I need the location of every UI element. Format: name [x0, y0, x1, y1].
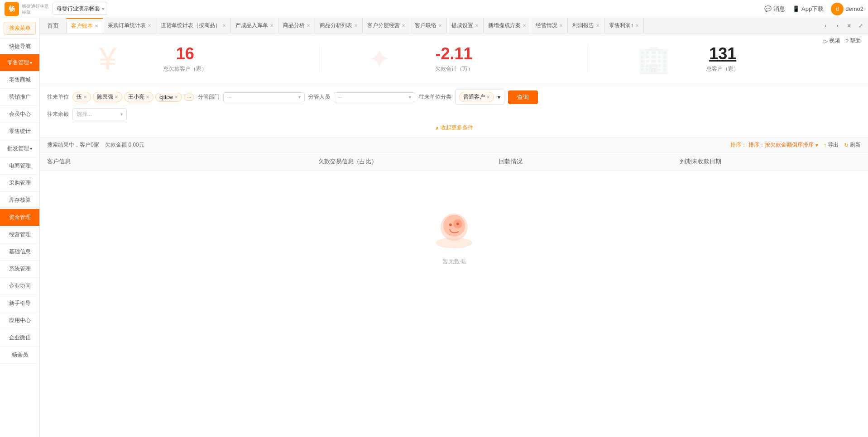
tab-close-icon[interactable]: ✕	[635, 23, 639, 28]
tab-expand-button[interactable]: ⤢	[855, 20, 866, 31]
tab-retail-profit[interactable]: 零售利润↑ ✕	[604, 18, 644, 33]
sidebar: 搜索菜单 快捷导航 零售管理 ▾ 零售商城 营销推广 会员中心 零售统计 批发管…	[0, 18, 40, 437]
tab-close-icon[interactable]: ✕	[438, 23, 442, 28]
filter-row-2: 往来余额 选择... ▾	[47, 108, 861, 120]
tag-close-wang[interactable]: ✕	[146, 95, 149, 100]
tab-close-icon[interactable]: ✕	[559, 23, 563, 28]
tab-new-commission[interactable]: 新增提成方案 ✕	[484, 18, 531, 33]
tab-controls: ‹ › ✕ ⤢	[820, 20, 868, 31]
sidebar-item-retail-mgmt[interactable]: 零售管理 ▾	[0, 54, 39, 71]
sidebar-search-area: 搜索菜单	[0, 18, 39, 39]
sidebar-item-enterprise[interactable]: 企业协同	[0, 278, 39, 295]
filter-area: 往来单位 伍 ✕ 陈民强 ✕ 王小亮	[40, 84, 868, 138]
person-select[interactable]: ··· ▾	[334, 92, 415, 102]
tab-close-icon[interactable]: ✕	[354, 23, 358, 28]
tab-customer-ledger[interactable]: 客户账本 ✕	[67, 18, 103, 33]
tab-close-icon[interactable]: ✕	[148, 23, 151, 28]
tab-close-icon[interactable]: ✕	[222, 23, 226, 28]
username: demo2	[845, 5, 863, 12]
sidebar-item-ecommerce[interactable]: 电商管理	[0, 157, 39, 175]
sidebar-item-guide[interactable]: 新手引导	[0, 295, 39, 312]
refresh-button[interactable]: ↻ 刷新	[844, 141, 861, 149]
sidebar-item-system[interactable]: 系统管理	[0, 261, 39, 278]
collapse-button[interactable]: ∧ 收起更多条件	[47, 124, 861, 132]
tag-close-cjttcw[interactable]: ✕	[174, 95, 178, 100]
tab-production-inbound[interactable]: 产成品入库单 ✕	[231, 18, 278, 33]
tab-close-icon[interactable]: ✕	[307, 23, 310, 28]
balance-select[interactable]: 选择... ▾	[72, 108, 127, 120]
chevron-down-icon: ▾	[102, 6, 104, 11]
sidebar-item-retail-stats[interactable]: 零售统计	[0, 123, 39, 140]
tab-operations[interactable]: 经营情况 ✕	[531, 18, 568, 33]
export-button[interactable]: ↑ 导出	[824, 141, 839, 149]
col-payment-status: 回款情况	[499, 157, 680, 166]
filter-tag-wu: 伍 ✕	[72, 92, 91, 102]
messages-button[interactable]: 💬 消息	[764, 5, 785, 13]
sidebar-item-finance[interactable]: 资金管理	[0, 209, 39, 226]
logo[interactable]: 畅 畅捷通好生意 标版	[5, 2, 49, 16]
tab-commission-settings[interactable]: 提成设置 ✕	[447, 18, 484, 33]
download-icon: 📱	[792, 5, 800, 12]
sidebar-item-app-center[interactable]: 应用中心	[0, 312, 39, 329]
tab-close-icon[interactable]: ✕	[402, 23, 405, 28]
tab-inbound-stats[interactable]: 进货单统计表（按商品） ✕	[156, 18, 231, 33]
chevron-up-icon: ∧	[435, 125, 439, 131]
tab-close-icon[interactable]: ✕	[596, 23, 599, 28]
tab-customer-layered[interactable]: 客户分层经营 ✕	[363, 18, 410, 33]
sort-selector[interactable]: 排序： 排序：按欠款金额倒序排序 ▾	[730, 141, 818, 149]
tab-purchase-order-stats[interactable]: 采购订单统计表 ✕	[103, 18, 156, 33]
industry-label: 母婴行业演示帐套	[57, 5, 100, 13]
tab-bar: 首页 客户账本 ✕ 采购订单统计表 ✕ 进货单统计表（按商品） ✕ 产成品入库单…	[40, 18, 868, 33]
sidebar-item-purchase[interactable]: 采购管理	[0, 175, 39, 192]
tab-label: 零售利润↑	[609, 22, 633, 29]
tab-product-analysis-list[interactable]: 商品分析列表 ✕	[315, 18, 363, 33]
stat-block-total-customers: 🏢 131 总客户（家）	[588, 41, 857, 76]
tab-prev-button[interactable]: ‹	[820, 20, 831, 31]
empty-icon	[427, 207, 481, 252]
tab-home[interactable]: 首页	[40, 18, 67, 33]
tab-label: 经营情况	[536, 22, 557, 29]
dept-select[interactable]: ··· ▾	[223, 92, 305, 102]
stat-label-total: 总客户（家）	[706, 65, 739, 73]
sidebar-item-inventory[interactable]: 库存核算	[0, 192, 39, 209]
tab-close-all-button[interactable]: ✕	[844, 20, 854, 31]
quick-nav-button[interactable]: 快捷导航	[0, 39, 39, 54]
sidebar-item-retail-mall[interactable]: 零售商城	[0, 71, 39, 89]
sidebar-item-wechat[interactable]: 企业微信	[0, 329, 39, 347]
table-area: 客户信息 欠款交易信息（占比） 回款情况 到期未收款日期	[40, 153, 868, 302]
tab-next-button[interactable]: ›	[832, 20, 843, 31]
stat-block-customers: ¥ 16 总欠款客户（家）	[51, 41, 320, 76]
balance-label: 往来余额	[47, 110, 69, 118]
query-button[interactable]: 查询	[508, 90, 538, 104]
more-tags-button[interactable]: ···	[184, 94, 194, 101]
tab-close-icon[interactable]: ✕	[270, 23, 273, 28]
unit-label: 往来单位	[47, 93, 69, 101]
industry-selector[interactable]: 母婴行业演示帐套 ▾	[53, 3, 108, 15]
tab-close-icon[interactable]: ✕	[523, 23, 526, 28]
tab-close-icon[interactable]: ✕	[95, 24, 98, 28]
tab-label: 产成品入库单	[235, 22, 268, 29]
user-menu[interactable]: d demo2	[831, 3, 863, 15]
filter-tag-chen: 陈民强 ✕	[93, 92, 122, 102]
tab-profit-report[interactable]: 利润报告 ✕	[568, 18, 604, 33]
search-menu-button[interactable]: 搜索菜单	[4, 22, 36, 35]
tab-product-analysis[interactable]: 商品分析 ✕	[278, 18, 315, 33]
tab-customer-contact[interactable]: 客户联络 ✕	[410, 18, 447, 33]
export-label: 导出	[828, 141, 839, 149]
tab-label: 客户分层经营	[367, 22, 400, 29]
sidebar-item-wholesale-mgmt[interactable]: 批发管理 ▾	[0, 140, 39, 157]
tag-close-category[interactable]: ✕	[486, 95, 490, 100]
stats-area: ▷ 视频 ? 帮助 ¥ 16 总欠款客户（家） ✦	[40, 33, 868, 84]
svg-point-4	[449, 223, 452, 226]
sidebar-item-vip[interactable]: 畅会员	[0, 347, 39, 364]
result-actions: 排序： 排序：按欠款金额倒序排序 ▾ ↑ 导出 ↻ 刷新	[730, 141, 861, 149]
sidebar-item-membership[interactable]: 会员中心	[0, 106, 39, 123]
tag-close-chen[interactable]: ✕	[115, 95, 118, 100]
tab-close-icon[interactable]: ✕	[475, 23, 479, 28]
tag-close-wu[interactable]: ✕	[83, 95, 87, 100]
sidebar-item-operations[interactable]: 经营管理	[0, 226, 39, 243]
sidebar-item-basic-info[interactable]: 基础信息	[0, 243, 39, 261]
category-select[interactable]: 普通客户 ✕ ▾	[455, 90, 504, 104]
sidebar-item-marketing[interactable]: 营销推广	[0, 89, 39, 106]
app-download-button[interactable]: 📱 App下载	[792, 5, 824, 13]
